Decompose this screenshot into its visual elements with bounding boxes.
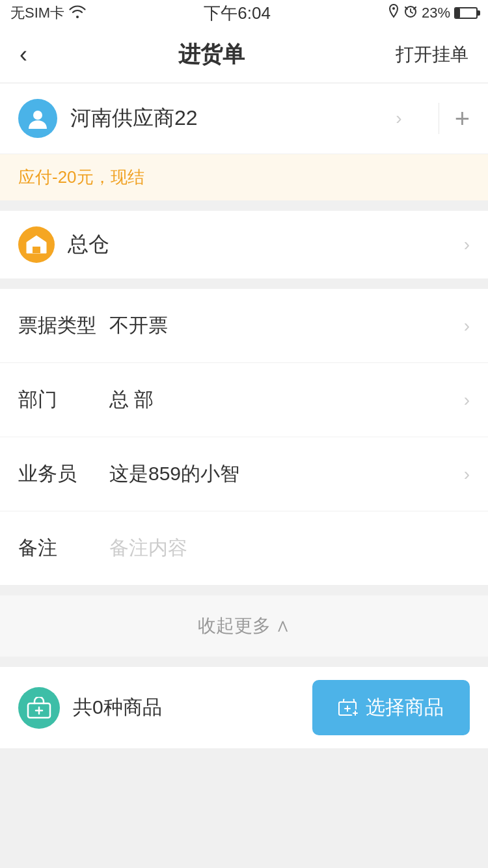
dept-chevron-icon: › <box>464 390 470 411</box>
dept-label: 部门 <box>18 387 109 413</box>
signal-label: 无SIM卡 <box>10 3 64 23</box>
form-section: 票据类型 不开票 › 部门 总 部 › 业务员 这是859的小智 › 备注 备注… <box>0 289 488 585</box>
warehouse-icon <box>18 226 55 263</box>
note-label: 备注 <box>18 535 109 562</box>
battery-pct-label: 23% <box>422 5 450 21</box>
invoice-label: 票据类型 <box>18 312 109 339</box>
battery-icon <box>454 7 478 19</box>
notice-text: 应付-20元，现结 <box>18 167 144 187</box>
select-product-label: 选择商品 <box>366 694 444 721</box>
note-input[interactable]: 备注内容 <box>109 535 470 562</box>
add-button[interactable]: + <box>455 105 470 131</box>
open-pending-button[interactable]: 打开挂单 <box>396 42 468 67</box>
status-right: 23% <box>388 4 478 22</box>
collapse-button[interactable]: 收起更多 ∧ <box>0 595 488 657</box>
note-row[interactable]: 备注 备注内容 <box>0 511 488 585</box>
invoice-chevron-icon: › <box>464 316 470 336</box>
location-icon <box>388 4 400 22</box>
invoice-row[interactable]: 票据类型 不开票 › <box>0 289 488 363</box>
staff-value: 这是859的小智 <box>109 461 464 487</box>
dept-row[interactable]: 部门 总 部 › <box>0 363 488 437</box>
supplier-name: 河南供应商22 <box>70 104 396 133</box>
bottom-bar: 共0种商品 选择商品 <box>0 667 488 748</box>
divider <box>439 103 439 134</box>
staff-row[interactable]: 业务员 这是859的小智 › <box>0 437 488 511</box>
warehouse-name: 总仓 <box>68 230 464 259</box>
nav-bar: ‹ 进货单 打开挂单 <box>0 26 488 83</box>
time-label: 下午6:04 <box>204 2 271 25</box>
back-button[interactable]: ‹ <box>20 41 27 68</box>
status-bar: 无SIM卡 下午6:04 23% <box>0 0 488 26</box>
staff-chevron-icon: › <box>464 464 470 485</box>
warehouse-chevron-icon: › <box>464 234 470 255</box>
svg-rect-3 <box>33 247 40 253</box>
status-left: 无SIM卡 <box>10 3 87 23</box>
warehouse-section[interactable]: 总仓 › <box>0 211 488 278</box>
supplier-row[interactable]: 河南供应商22 › + <box>0 83 488 154</box>
product-count-label: 共0种商品 <box>73 694 299 721</box>
invoice-value: 不开票 <box>109 312 464 339</box>
wifi-icon <box>68 4 87 22</box>
notice-bar: 应付-20元，现结 <box>0 154 488 200</box>
select-product-button[interactable]: 选择商品 <box>312 680 470 735</box>
svg-point-2 <box>33 111 42 120</box>
dept-value: 总 部 <box>109 387 464 413</box>
warehouse-row[interactable]: 总仓 › <box>0 211 488 278</box>
supplier-section: 河南供应商22 › + 应付-20元，现结 <box>0 83 488 200</box>
gray-area <box>0 748 488 868</box>
staff-label: 业务员 <box>18 461 109 487</box>
content: 河南供应商22 › + 应付-20元，现结 总仓 › 票据类型 不开票 <box>0 83 488 868</box>
product-icon <box>18 687 60 729</box>
svg-point-0 <box>392 7 395 10</box>
supplier-chevron-icon: › <box>396 108 401 129</box>
supplier-avatar <box>18 99 57 138</box>
alarm-icon <box>403 4 418 22</box>
page-title: 进货单 <box>178 40 245 70</box>
